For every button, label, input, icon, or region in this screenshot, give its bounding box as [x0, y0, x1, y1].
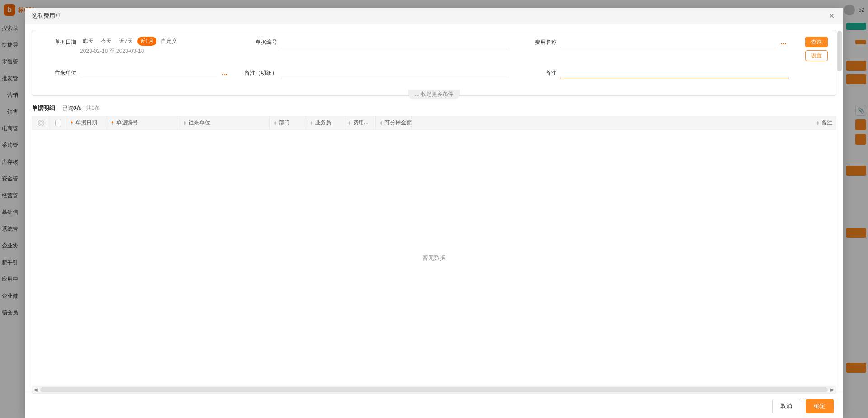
date-chip-last1m[interactable]: 近1月: [137, 37, 157, 46]
partner-more-icon[interactable]: ···: [220, 71, 230, 78]
collapse-label: 收起更多条件: [421, 90, 453, 98]
cancel-button[interactable]: 取消: [772, 399, 800, 413]
horizontal-scrollbar[interactable]: [32, 386, 836, 393]
date-chip-last7[interactable]: 近7天: [116, 37, 136, 46]
col-partner[interactable]: 往来单位: [179, 116, 270, 129]
table-header: 单据日期 单据编号 往来单位 部门 业务员 费用... 可分摊金额 备注: [32, 116, 836, 130]
col-dept[interactable]: 部门: [270, 116, 306, 129]
column-settings-button[interactable]: [32, 116, 50, 129]
selection-count: 已选0条 | 共0条: [62, 104, 100, 112]
date-chip-yesterday[interactable]: 昨天: [80, 37, 96, 46]
confirm-button[interactable]: 确定: [806, 399, 834, 413]
col-doc-date[interactable]: 单据日期: [66, 116, 107, 129]
input-doc-no[interactable]: [281, 37, 509, 48]
tab-detail[interactable]: 单据明细: [32, 104, 55, 112]
collapse-filters-button[interactable]: ︽ 收起更多条件: [408, 90, 460, 99]
input-remark-detail[interactable]: [281, 67, 509, 78]
date-chip-custom[interactable]: 自定义: [158, 37, 180, 46]
filter-card: 单据日期 昨天 今天 近7天 近1月 自定义 2023-02-18 至 2023…: [32, 30, 836, 96]
close-icon[interactable]: ✕: [826, 11, 836, 21]
input-fee-name[interactable]: [560, 37, 776, 48]
col-alloc-amount[interactable]: 可分摊金额: [376, 116, 412, 129]
select-all-checkbox[interactable]: [50, 116, 66, 129]
input-remark[interactable]: [560, 67, 789, 78]
label-doc-date: 单据日期: [40, 37, 76, 48]
modal-select-expense: 选取费用单 ✕ 单据日期 昨天 今天 近7天 近1月 自定义: [25, 8, 843, 418]
gear-icon: [38, 120, 44, 126]
label-remark-detail: 备注（明细）: [241, 67, 277, 78]
col-salesperson[interactable]: 业务员: [306, 116, 344, 129]
table-empty: 暂无数据: [32, 130, 836, 386]
query-button[interactable]: 查询: [805, 37, 828, 48]
date-chip-today[interactable]: 今天: [98, 37, 114, 46]
modal-title: 选取费用单: [32, 12, 61, 20]
vertical-scrollbar[interactable]: [837, 31, 842, 366]
col-remark[interactable]: 备注: [412, 116, 836, 129]
label-doc-no: 单据编号: [241, 37, 277, 48]
settings-button[interactable]: 设置: [805, 50, 828, 61]
col-doc-no[interactable]: 单据编号: [107, 116, 179, 129]
col-fee[interactable]: 费用...: [344, 116, 376, 129]
date-range-text: 2023-02-18 至 2023-03-18: [80, 48, 180, 55]
label-partner: 往来单位: [40, 67, 76, 78]
input-partner[interactable]: [80, 67, 217, 78]
label-remark: 备注: [520, 67, 557, 78]
table: 单据日期 单据编号 往来单位 部门 业务员 费用... 可分摊金额 备注 暂无数…: [32, 116, 836, 394]
label-fee-name: 费用名称: [520, 37, 557, 48]
chevron-up-icon: ︽: [415, 91, 419, 98]
fee-name-more-icon[interactable]: ···: [778, 40, 789, 48]
